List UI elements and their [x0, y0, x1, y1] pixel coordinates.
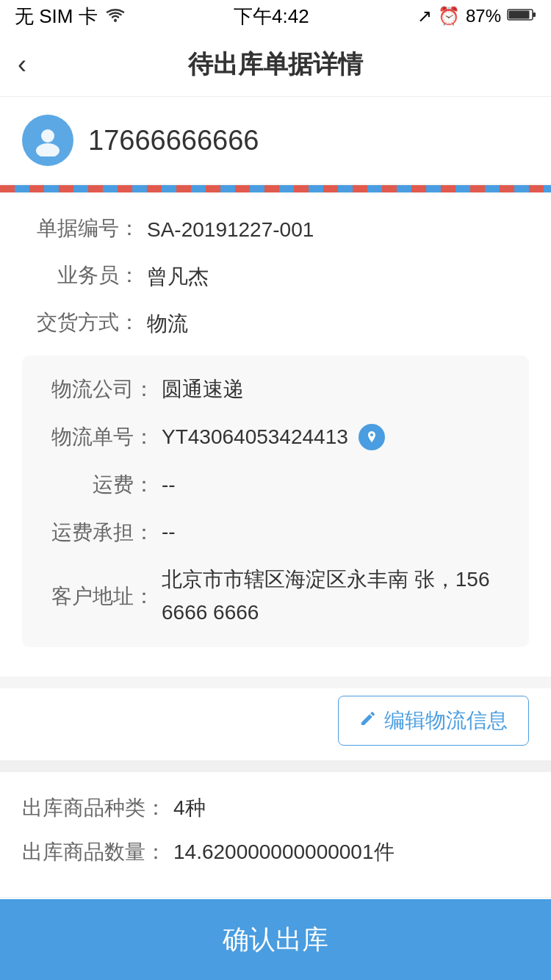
dashed-divider: [0, 185, 551, 192]
wifi-icon: [105, 5, 126, 28]
goods-quantity-label: 出库商品数量：: [22, 838, 169, 866]
delivery-row: 交货方式： 物流: [22, 309, 529, 339]
document-info: 单据编号： SA-20191227-001 业务员： 曾凡杰 交货方式： 物流 …: [0, 192, 551, 677]
salesperson-value: 曾凡杰: [147, 262, 529, 292]
freight-bear-label: 运费承担：: [37, 519, 154, 547]
status-left: 无 SIM 卡: [15, 4, 126, 29]
battery-label: 87%: [466, 6, 501, 26]
logistics-company-value: 圆通速递: [162, 373, 514, 406]
back-button[interactable]: ‹: [18, 49, 26, 80]
time-label: 下午4:42: [234, 4, 309, 29]
status-bar: 无 SIM 卡 下午4:42 ↗ ⏰ 87%: [0, 0, 551, 32]
logistics-tracking-container: YT43064053424413: [154, 421, 385, 454]
delivery-value: 物流: [147, 309, 529, 339]
avatar: [22, 115, 73, 166]
nav-bar: ‹ 待出库单据详情: [0, 32, 551, 97]
freight-value: --: [162, 469, 514, 502]
svg-point-5: [36, 143, 60, 156]
user-phone: 17666666666: [88, 125, 259, 156]
edit-btn-row: 编辑物流信息: [0, 688, 551, 760]
salesperson-label: 业务员：: [22, 262, 140, 289]
goods-type-value: 4种: [173, 794, 206, 822]
svg-rect-3: [508, 11, 529, 19]
user-card: 17666666666: [0, 97, 551, 184]
svg-point-0: [114, 19, 117, 22]
edit-logistics-button[interactable]: 编辑物流信息: [338, 696, 529, 746]
location-status-icon: ↗: [417, 6, 432, 26]
confirm-out-button[interactable]: 确认出库: [0, 899, 551, 980]
alarm-icon: ⏰: [438, 6, 460, 26]
svg-point-4: [41, 129, 54, 143]
tracking-location-icon[interactable]: [359, 424, 385, 450]
freight-bear-value: --: [162, 516, 514, 549]
address-row: 客户地址： 北京市市辖区海淀区永丰南 张，156 6666 6666: [37, 563, 514, 630]
freight-bear-row: 运费承担： --: [37, 516, 514, 549]
confirm-out-label: 确认出库: [223, 922, 328, 958]
document-number-value: SA-20191227-001: [147, 215, 529, 245]
goods-section: 出库商品种类： 4种 出库商品数量： 14.620000000000001件: [0, 772, 551, 897]
edit-icon: [359, 709, 377, 732]
logistics-tracking-value: YT43064053424413: [162, 421, 348, 454]
goods-type-label: 出库商品种类：: [22, 794, 169, 822]
svg-rect-2: [533, 12, 536, 17]
logistics-company-label: 物流公司：: [37, 375, 154, 403]
goods-quantity-value: 14.620000000000001件: [173, 838, 395, 866]
page-title: 待出库单据详情: [188, 48, 363, 82]
freight-row: 运费： --: [37, 469, 514, 502]
goods-type-row: 出库商品种类： 4种: [22, 794, 529, 822]
salesperson-row: 业务员： 曾凡杰: [22, 262, 529, 292]
freight-label: 运费：: [37, 471, 154, 499]
status-right: ↗ ⏰ 87%: [417, 6, 536, 26]
document-number-label: 单据编号：: [22, 215, 140, 242]
edit-logistics-label: 编辑物流信息: [384, 707, 508, 735]
battery-icon: [507, 6, 536, 26]
logistics-tracking-row: 物流单号： YT43064053424413: [37, 421, 514, 454]
logistics-company-row: 物流公司： 圆通速递: [37, 373, 514, 406]
logistics-box: 物流公司： 圆通速递 物流单号： YT43064053424413 运费： --: [22, 356, 529, 647]
section-divider: [0, 760, 551, 772]
logistics-tracking-label: 物流单号：: [37, 423, 154, 451]
goods-quantity-row: 出库商品数量： 14.620000000000001件: [22, 838, 529, 866]
content-area: 17666666666 单据编号： SA-20191227-001 业务员： 曾…: [0, 97, 551, 980]
address-value: 北京市市辖区海淀区永丰南 张，156 6666 6666: [162, 563, 514, 630]
document-number-row: 单据编号： SA-20191227-001: [22, 215, 529, 245]
address-label: 客户地址：: [37, 583, 154, 610]
carrier-label: 无 SIM 卡: [15, 4, 98, 29]
delivery-label: 交货方式：: [22, 309, 140, 336]
